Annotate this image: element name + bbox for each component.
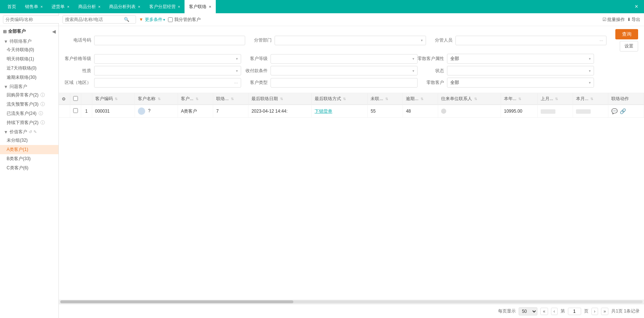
sidebar-item-class-c[interactable]: C类客户(6) xyxy=(0,163,58,173)
page-size-select[interactable]: 50 100 200 xyxy=(519,307,537,315)
last-page-button[interactable]: » xyxy=(601,308,609,315)
sidebar-search-input[interactable] xyxy=(3,15,63,24)
col-current-year[interactable]: 本年... ⇅ xyxy=(501,93,537,105)
sidebar-item-declining[interactable]: 持续下滑客户(2) ⓘ xyxy=(0,118,58,127)
sidebar-item-repurchase-abnormal[interactable]: 回购异常客户(2) ⓘ xyxy=(0,91,58,100)
sort-not-contacted-icon[interactable]: ⇅ xyxy=(385,97,388,101)
close-product-analysis-list-tab[interactable]: × xyxy=(138,4,140,9)
col-overdue[interactable]: 逾期... ⇅ xyxy=(403,93,438,105)
group-problem-customers[interactable]: ▼ 问题客户 xyxy=(0,82,58,91)
sidebar-item-today[interactable]: 今天待联络(0) xyxy=(0,45,58,54)
sort-unit-icon[interactable]: ⇅ xyxy=(474,97,477,101)
filter-retail: 零散客户 全部 ▾ xyxy=(418,78,594,88)
sort-date-icon[interactable]: ⇅ xyxy=(280,97,283,101)
sort-method-icon[interactable]: ⇅ xyxy=(343,97,346,101)
sidebar-item-class-a[interactable]: A类客户(1) xyxy=(0,145,58,154)
more-conditions-button[interactable]: ▼ 更多条件 ▾ xyxy=(139,17,165,23)
tab-product-analysis-list[interactable]: 商品分析列表 × xyxy=(105,0,144,13)
filter-price-level-select[interactable]: ▾ xyxy=(94,54,241,64)
close-customer-tier-tab[interactable]: × xyxy=(178,4,180,9)
col-name[interactable]: 客户名称 ⇅ xyxy=(135,93,178,105)
settings-button[interactable]: 设置 xyxy=(620,41,638,52)
filter-customer-level-select[interactable]: ▾ xyxy=(271,54,418,64)
col-current-month[interactable]: 本月... ⇅ xyxy=(573,93,608,105)
chevron-price-icon: ▾ xyxy=(236,57,238,61)
filter-customer-type-input[interactable] xyxy=(271,78,418,88)
collapse-icon[interactable]: ◀ xyxy=(52,29,56,34)
filter-search-icon[interactable]: 🔍 xyxy=(124,17,129,22)
scrollbar-thumb[interactable] xyxy=(60,300,293,303)
filter-retail-attr-select[interactable]: 全部 ▾ xyxy=(447,54,594,64)
select-all-checkbox[interactable] xyxy=(73,96,78,101)
sort-type-icon[interactable]: ⇅ xyxy=(196,97,198,101)
filter-region-input[interactable]: ··· xyxy=(94,78,241,88)
next-page-button[interactable]: › xyxy=(591,308,598,315)
query-btn-area: 查询 设置 xyxy=(612,29,638,52)
close-purchase-tab[interactable]: × xyxy=(67,4,69,9)
sort-year-icon[interactable]: ⇅ xyxy=(518,97,521,101)
row-last-method[interactable]: 下销货单 xyxy=(311,105,368,118)
sidebar-item-churned[interactable]: 已流失客户(24) ⓘ xyxy=(0,109,58,118)
sidebar-item-tomorrow[interactable]: 明天待联络(1) xyxy=(0,54,58,64)
close-sales-tab[interactable]: × xyxy=(40,4,43,9)
my-customers-checkbox[interactable] xyxy=(168,17,173,22)
sort-overdue-icon[interactable]: ⇅ xyxy=(421,97,423,101)
group-value-customers[interactable]: ▼ 价值客户 ↺ ✎ xyxy=(0,127,58,136)
group-pending-contact[interactable]: ▼ 待联络客户 xyxy=(0,37,58,45)
sidebar-item-churn-warning[interactable]: 流失预警客户(3) ⓘ xyxy=(0,100,58,109)
tab-product-analysis[interactable]: 商品分析 × xyxy=(74,0,105,13)
tab-purchase[interactable]: 进货单 × xyxy=(47,0,74,13)
search-input[interactable] xyxy=(65,17,124,22)
tab-sales[interactable]: 销售单 × xyxy=(21,0,47,13)
batch-op-button[interactable]: ☑ 批量操作 xyxy=(602,17,625,23)
edit-icon[interactable]: ✎ xyxy=(33,130,37,134)
first-page-button[interactable]: « xyxy=(540,308,548,315)
col-last-date[interactable]: 最后联络日期 ⇅ xyxy=(248,93,312,105)
refresh-icon[interactable]: ↺ xyxy=(29,130,32,134)
tab-customer-tier[interactable]: 客户分层经营 × xyxy=(145,0,185,13)
col-code[interactable]: 客户编码 ⇅ xyxy=(92,93,135,105)
filter-manager-input[interactable]: ··· xyxy=(455,36,607,45)
col-type[interactable]: 客户... ⇅ xyxy=(178,93,213,105)
filter-nature: 性质 ▾ xyxy=(65,66,241,75)
query-button[interactable]: 查询 xyxy=(615,29,638,39)
col-contact-count[interactable]: 联络... ⇅ xyxy=(213,93,248,105)
filter-nature-select[interactable]: ▾ xyxy=(94,66,241,75)
col-last-month[interactable]: 上月... ⇅ xyxy=(537,93,573,105)
filter-phone-input[interactable] xyxy=(94,36,245,45)
export-button[interactable]: ⬇ 导出 xyxy=(627,17,640,23)
all-customers-header[interactable]: ⊞ 全部客户 ◀ xyxy=(0,26,58,37)
close-product-analysis-tab[interactable]: × xyxy=(98,4,100,9)
sort-last-month-icon[interactable]: ⇅ xyxy=(555,97,558,101)
link-icon[interactable]: 🔗 xyxy=(620,108,626,114)
filter-row-4: 区域（地区） ··· 客户类型 零散客户 全部 ▾ xyxy=(65,78,638,88)
tab-home[interactable]: 首页 xyxy=(3,0,21,13)
filter-retail-select[interactable]: 全部 ▾ xyxy=(447,78,594,88)
horizontal-scrollbar[interactable] xyxy=(59,300,644,304)
col-gear[interactable]: ⚙ xyxy=(59,93,70,105)
col-unit-contact[interactable]: 往来单位联系人 ⇅ xyxy=(438,93,501,105)
message-icon[interactable]: 💬 xyxy=(611,108,618,114)
sidebar-item-class-b[interactable]: B类客户(33) xyxy=(0,154,58,163)
filter-payment-select[interactable]: ▾ xyxy=(271,66,418,75)
sidebar-item-unclassified[interactable]: 未分组(32) xyxy=(0,136,58,145)
filter-customer-level-label: 客户等级 xyxy=(241,56,271,62)
col-last-method[interactable]: 最后联络方式 ⇅ xyxy=(311,93,368,105)
sort-month-icon[interactable]: ⇅ xyxy=(590,97,593,101)
sidebar-item-overdue[interactable]: 逾期未联络(30) xyxy=(0,73,58,82)
page-number-input[interactable] xyxy=(568,308,581,315)
filter-status-select[interactable]: ▾ xyxy=(447,66,594,75)
col-action: 联络动作 xyxy=(608,93,644,105)
sort-name-icon[interactable]: ⇅ xyxy=(158,97,161,101)
dots-region-icon: ··· xyxy=(234,80,238,85)
sidebar-item-7days[interactable]: 近7天待联络(0) xyxy=(0,64,58,73)
sort-contact-icon[interactable]: ⇅ xyxy=(231,97,234,101)
sort-code-icon[interactable]: ⇅ xyxy=(115,97,118,101)
col-not-contacted[interactable]: 未联... ⇅ xyxy=(368,93,403,105)
prev-page-button[interactable]: ‹ xyxy=(551,308,558,315)
close-customer-contact-tab[interactable]: × xyxy=(209,4,211,9)
tab-customer-contact[interactable]: 客户联络 × xyxy=(185,0,215,13)
filter-dept-select[interactable]: ▾ xyxy=(275,36,426,45)
row-checkbox[interactable] xyxy=(73,108,78,113)
close-all-tabs-button[interactable]: × xyxy=(632,3,641,10)
